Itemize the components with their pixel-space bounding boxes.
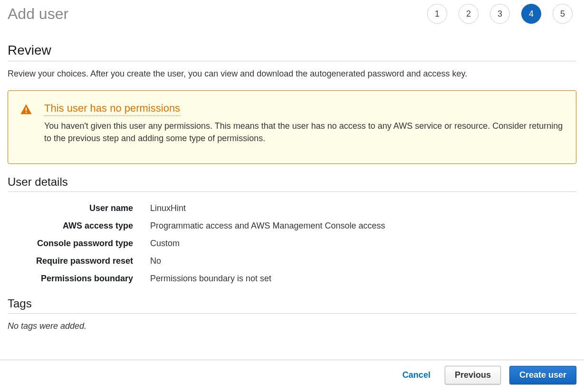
page-title: Add user (8, 5, 68, 23)
tags-rule (8, 313, 576, 314)
warning-title[interactable]: This user has no permissions (44, 102, 180, 116)
previous-button[interactable]: Previous (445, 366, 501, 384)
step-indicators: 1 2 3 4 5 (427, 4, 576, 24)
svg-rect-1 (26, 112, 27, 113)
value-password-type: Custom (150, 239, 576, 249)
value-user-name: LinuxHint (150, 203, 576, 213)
step-4[interactable]: 4 (521, 4, 541, 24)
label-access-type: AWS access type (8, 221, 150, 231)
tags-empty-text: No tags were added. (8, 321, 576, 331)
label-password-type: Console password type (8, 239, 150, 249)
value-permissions-boundary: Permissions boundary is not set (150, 274, 576, 284)
review-description: Review your choices. After you create th… (8, 69, 576, 79)
create-user-button[interactable]: Create user (509, 366, 576, 384)
table-row: Console password type Custom (8, 235, 576, 252)
step-1[interactable]: 1 (427, 4, 447, 24)
warning-icon (19, 103, 33, 116)
user-details-rule (8, 191, 576, 192)
cancel-button[interactable]: Cancel (397, 366, 436, 384)
table-row: Require password reset No (8, 252, 576, 270)
tags-heading: Tags (8, 297, 576, 310)
value-access-type: Programmatic access and AWS Management C… (150, 221, 576, 231)
review-heading: Review (8, 43, 576, 58)
step-3[interactable]: 3 (490, 4, 510, 24)
table-row: User name LinuxHint (8, 200, 576, 217)
user-details-heading: User details (8, 175, 576, 189)
step-2[interactable]: 2 (459, 4, 479, 24)
warning-box: This user has no permissions You haven't… (8, 90, 576, 164)
label-require-reset: Require password reset (8, 256, 150, 266)
label-permissions-boundary: Permissions boundary (8, 274, 150, 284)
svg-rect-0 (26, 107, 27, 111)
footer: Cancel Previous Create user (0, 360, 584, 390)
review-rule (8, 61, 576, 61)
user-details-table: User name LinuxHint AWS access type Prog… (8, 200, 576, 287)
table-row: Permissions boundary Permissions boundar… (8, 270, 576, 287)
step-5[interactable]: 5 (553, 4, 573, 24)
table-row: AWS access type Programmatic access and … (8, 217, 576, 235)
warning-text: You haven't given this user any permissi… (44, 120, 565, 144)
label-user-name: User name (8, 203, 150, 213)
value-require-reset: No (150, 256, 576, 266)
